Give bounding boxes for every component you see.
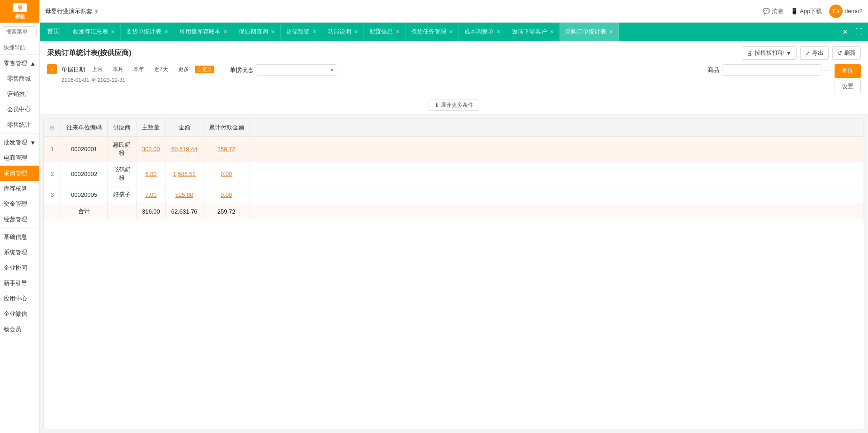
tab-bar-actions: ✕ ⛶ bbox=[837, 27, 868, 37]
tab-available-stock[interactable]: 可用量库存账本 ✕ bbox=[174, 23, 233, 41]
sidebar-item-system[interactable]: 系统管理 bbox=[0, 245, 39, 260]
col-qty: 主数量 bbox=[137, 119, 166, 137]
cell-paid[interactable]: 0.00 bbox=[203, 186, 250, 203]
close-all-tabs-icon[interactable]: ✕ bbox=[840, 27, 850, 37]
cell-amount[interactable]: 60,519.44 bbox=[165, 137, 203, 162]
tab-expiry-query[interactable]: 保质期查询 ✕ bbox=[233, 23, 281, 41]
shortcut-this-year[interactable]: 本年 bbox=[129, 64, 148, 75]
sidebar-item-app-center[interactable]: 应用中心 bbox=[0, 291, 39, 306]
sidebar-item-vip[interactable]: 畅会员 bbox=[0, 322, 39, 337]
page-title-row: 采购订单统计表(按供应商) 🖨 按模板打印 ▼ ↗ 导出 ↺ 刷新 bbox=[47, 46, 861, 60]
filter-status-group: 单据状态 ▼ bbox=[230, 64, 337, 76]
tab-close-icon[interactable]: ✕ bbox=[609, 29, 613, 35]
filter-toggle-btn[interactable]: › bbox=[47, 64, 57, 74]
tab-close-icon[interactable]: ✕ bbox=[223, 29, 227, 35]
refresh-button[interactable]: ↺ 刷新 bbox=[832, 46, 861, 60]
filter-date-row: 单据日期 上月 本月 本年 近7天 更多 自定义 bbox=[61, 64, 214, 75]
tab-close-icon[interactable]: ✕ bbox=[496, 29, 500, 35]
date-filter-label: 单据日期 bbox=[61, 66, 85, 74]
sidebar-item-operations[interactable]: 经营管理 bbox=[0, 212, 39, 227]
tab-close-icon[interactable]: ✕ bbox=[164, 29, 168, 35]
username-label: demo2 bbox=[844, 8, 863, 14]
status-select[interactable] bbox=[256, 64, 337, 76]
tab-close-icon[interactable]: ✕ bbox=[354, 29, 358, 35]
top-header: 母婴行业演示账套 ▼ 💬 消息 📱 App下载 Ea demo2 bbox=[40, 0, 868, 23]
date-range-display: 2016-01-01 至 2023-12-31 bbox=[61, 76, 214, 84]
tab-close-icon[interactable]: ✕ bbox=[312, 29, 316, 35]
sidebar-item-basic-info[interactable]: 基础信息 bbox=[0, 229, 39, 245]
avatar-initials: Ea bbox=[833, 8, 840, 14]
tab-close-icon[interactable]: ✕ bbox=[271, 29, 275, 35]
cell-qty[interactable]: 6.00 bbox=[137, 162, 166, 186]
sidebar-item-finance[interactable]: 资金管理 bbox=[0, 196, 39, 212]
logo-text: 标题 bbox=[15, 13, 25, 20]
query-button[interactable]: 查询 bbox=[835, 64, 861, 78]
header-left: 母婴行业演示账套 ▼ bbox=[45, 7, 99, 15]
cell-code: 00020002 bbox=[61, 162, 108, 186]
sidebar-item-ecommerce[interactable]: 电商管理 bbox=[0, 150, 39, 166]
tab-cost-adjust[interactable]: 成本调整单 ✕ bbox=[459, 23, 506, 41]
sidebar-item-enterprise[interactable]: 企业协同 bbox=[0, 260, 39, 276]
custom-date-badge: 自定义 bbox=[195, 66, 214, 73]
search-input[interactable] bbox=[3, 26, 37, 37]
cell-paid[interactable]: 0.00 bbox=[203, 162, 250, 186]
col-amount: 金额 bbox=[165, 119, 203, 137]
col-paid: 累计付款金额 bbox=[203, 119, 250, 137]
tab-close-icon[interactable]: ✕ bbox=[396, 29, 400, 35]
sidebar-item-wechat[interactable]: 企业微信 bbox=[0, 306, 39, 322]
tab-invite-downstream[interactable]: 邀请下游客户 ✕ bbox=[506, 23, 560, 41]
shortcut-last-month[interactable]: 上月 bbox=[88, 64, 107, 75]
shortcut-7days[interactable]: 近7天 bbox=[150, 64, 172, 75]
template-print-button[interactable]: 🖨 按模板打印 ▼ bbox=[742, 46, 797, 60]
sidebar-item-member[interactable]: 会员中心 bbox=[0, 102, 39, 117]
content-area: 采购订单统计表(按供应商) 🖨 按模板打印 ▼ ↗ 导出 ↺ 刷新 bbox=[40, 41, 868, 433]
tab-close-icon[interactable]: ✕ bbox=[111, 29, 115, 35]
tab-receive-summary[interactable]: 收发存汇总表 ✕ bbox=[67, 23, 121, 41]
sidebar-item-inventory[interactable]: 库存核算 bbox=[0, 181, 39, 196]
workspace-selector[interactable]: 母婴行业演示账套 ▼ bbox=[45, 7, 99, 15]
app-download-action[interactable]: 📱 App下载 bbox=[791, 7, 822, 15]
sidebar-item-purchase[interactable]: 采购管理 bbox=[0, 166, 39, 181]
tab-config-info[interactable]: 配置信息 ✕ bbox=[364, 23, 406, 41]
sidebar-item-retail-mgmt[interactable]: 零售管理 ▲ bbox=[0, 56, 39, 71]
expand-row: ⬇ 展开更多条件 bbox=[47, 98, 861, 114]
sidebar-item-marketing[interactable]: 营销推广 bbox=[0, 86, 39, 102]
cell-amount[interactable]: 1,586.52 bbox=[165, 162, 203, 186]
shortcut-more[interactable]: 更多 bbox=[174, 64, 193, 75]
column-settings-icon[interactable]: ⚙ bbox=[49, 124, 55, 131]
product-filter-input[interactable] bbox=[722, 64, 821, 76]
printer-icon: 🖨 bbox=[747, 50, 753, 57]
status-filter-label: 单据状态 bbox=[230, 66, 253, 74]
settings-button[interactable]: 设置 bbox=[835, 80, 861, 93]
sidebar-item-newbie[interactable]: 新手引导 bbox=[0, 276, 39, 291]
cell-amount[interactable]: 525.80 bbox=[165, 186, 203, 203]
tab-stocking-tasks[interactable]: 拣货任务管理 ✕ bbox=[406, 23, 459, 41]
sidebar-item-retail-store[interactable]: 零售商城 bbox=[0, 71, 39, 86]
cell-extra bbox=[250, 137, 863, 162]
cell-qty[interactable]: 7.00 bbox=[137, 186, 166, 203]
main-area: 母婴行业演示账套 ▼ 💬 消息 📱 App下载 Ea demo2 首页 bbox=[40, 0, 868, 433]
expand-conditions-button[interactable]: ⬇ 展开更多条件 bbox=[429, 100, 479, 111]
tab-close-icon[interactable]: ✕ bbox=[449, 29, 453, 35]
cell-paid[interactable]: 259.72 bbox=[203, 137, 250, 162]
sidebar-item-retail-stats[interactable]: 零售统计 bbox=[0, 117, 39, 133]
more-options-icon[interactable]: ··· bbox=[824, 66, 830, 74]
col-extra bbox=[250, 119, 863, 137]
user-profile[interactable]: Ea demo2 bbox=[829, 5, 863, 18]
tab-close-icon[interactable]: ✕ bbox=[550, 29, 554, 35]
maximize-icon[interactable]: ⛶ bbox=[854, 27, 864, 37]
cell-extra bbox=[250, 186, 863, 203]
cell-qty[interactable]: 303.00 bbox=[137, 137, 166, 162]
tab-goods-stats[interactable]: 要货单统计表 ✕ bbox=[121, 23, 174, 41]
shortcut-this-month[interactable]: 本月 bbox=[108, 64, 127, 75]
table-row: 3 00020005 好孩子 7.00 525.80 0.00 bbox=[44, 186, 864, 203]
col-code: 往来单位编码 bbox=[61, 119, 108, 137]
tab-purchase-stats[interactable]: 采购订单统计表 ✕ bbox=[560, 23, 619, 41]
export-button[interactable]: ↗ 导出 bbox=[800, 46, 829, 60]
tab-home[interactable]: 首页 bbox=[40, 23, 67, 41]
table-header-row: ⚙ 往来单位编码 供应商 主数量 金额 累计付款金额 bbox=[44, 119, 864, 137]
tab-function-desc[interactable]: 功能说明 ✕ bbox=[322, 23, 364, 41]
message-action[interactable]: 💬 消息 bbox=[763, 7, 783, 15]
tab-overstock-alert[interactable]: 超储预警 ✕ bbox=[281, 23, 322, 41]
sidebar-item-wholesale[interactable]: 批发管理 ▼ bbox=[0, 135, 39, 150]
